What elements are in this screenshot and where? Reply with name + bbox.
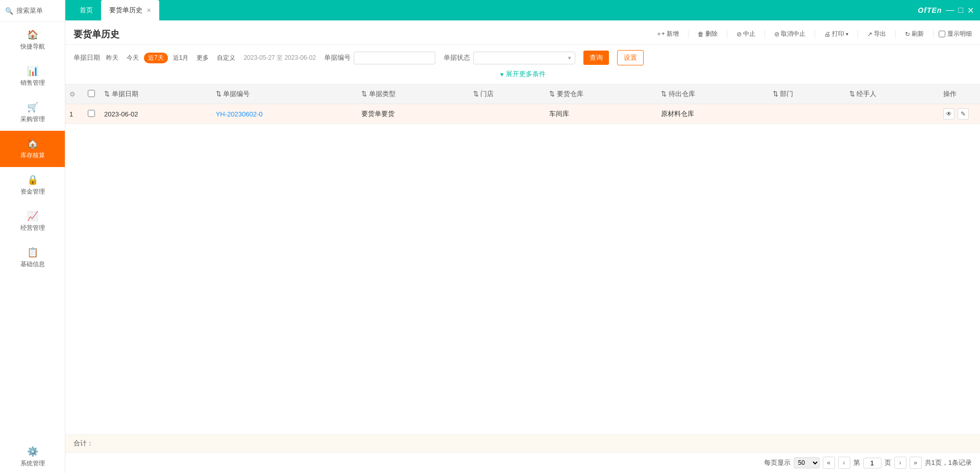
table-header-row: ⚙ ⇅ 单据日期 ⇅ 单据编号 ⇅ 单据类型 <box>65 84 980 104</box>
first-page-button[interactable]: « <box>823 457 835 469</box>
export-button[interactable]: ↗ 导出 <box>863 28 890 40</box>
select-all-checkbox[interactable] <box>88 90 95 97</box>
tab-home[interactable]: 首页 <box>71 0 101 20</box>
table-container: ⚙ ⇅ 单据日期 ⇅ 单据编号 ⇅ 单据类型 <box>65 84 980 434</box>
prev-page-button[interactable]: ‹ <box>838 457 850 469</box>
divider <box>727 30 727 38</box>
ops-buttons: 👁 ✎ <box>943 108 976 120</box>
inventory-icon: 🏠 <box>27 138 38 149</box>
purchase-icon: 🛒 <box>27 102 38 113</box>
sidebar-item-sales[interactable]: 📊 销售管理 <box>0 58 65 94</box>
row-store <box>469 104 546 124</box>
bill-status-select-wrapper <box>473 52 575 64</box>
refresh-button[interactable]: ↻ 刷新 <box>901 28 928 40</box>
page-size-select[interactable]: 10 20 50 100 <box>794 457 820 468</box>
col-pending-warehouse: ⇅ 待出仓库 <box>657 84 769 104</box>
table-settings-icon[interactable]: ⚙ <box>69 90 76 98</box>
row-handler <box>845 104 939 124</box>
view-button[interactable]: 👁 <box>943 108 954 120</box>
bill-no-input[interactable] <box>354 52 435 64</box>
cancel-stop-button[interactable]: ⊘ 取消中止 <box>770 28 810 40</box>
date-btn-today[interactable]: 今天 <box>124 53 142 63</box>
divider <box>815 30 815 38</box>
row-bill-no: YH-20230602-0 <box>212 104 357 124</box>
edit-button[interactable]: ✎ <box>958 108 969 120</box>
quick-nav-icon: 🏠 <box>27 29 38 40</box>
col-req-warehouse-label: ⇅ 要货仓库 <box>549 90 583 98</box>
basic-icon: 📋 <box>27 247 38 258</box>
bill-status-label: 单据状态 <box>444 53 470 62</box>
col-dept-label: ⇅ 部门 <box>773 90 794 98</box>
page-header: 要货单历史 ＋ + 新增 🗑 删除 ⊘ 中止 ⊘ <box>65 20 980 45</box>
sidebar-search[interactable]: 🔍 搜索菜单 <box>0 0 65 22</box>
print-button[interactable]: 🖨 打印 ▾ <box>820 28 852 40</box>
date-btn-7days[interactable]: 近7天 <box>144 53 168 63</box>
new-button[interactable]: ＋ + 新增 <box>652 28 683 40</box>
bill-no-link[interactable]: YH-20230602-0 <box>216 110 263 118</box>
col-ops-label: 操作 <box>943 90 957 98</box>
date-filter-options: 昨天 今天 近7天 近1月 更多 自定义 <box>103 53 238 63</box>
pagination: 每页显示 10 20 50 100 « ‹ 第 页 › » 共1页，1条记录 <box>65 452 980 473</box>
sidebar-item-basic[interactable]: 📋 基础信息 <box>0 240 65 276</box>
date-btn-yesterday[interactable]: 昨天 <box>103 53 121 63</box>
window-max-icon[interactable]: □ <box>958 6 963 15</box>
sidebar-item-purchase[interactable]: 🛒 采购管理 <box>0 94 65 131</box>
sidebar-item-label: 系统管理 <box>20 459 45 468</box>
sidebar-item-system[interactable]: ⚙️ 系统管理 <box>0 439 65 473</box>
topnav: 首页 要货单历史 ✕ OfTEn — □ ✕ <box>65 0 980 20</box>
window-close-icon[interactable]: ✕ <box>967 6 974 15</box>
bill-no-filter: 单据编号 <box>324 52 435 64</box>
sidebar-item-label: 快捷导航 <box>20 42 45 51</box>
sales-icon: 📊 <box>27 65 38 77</box>
col-date: ⇅ 单据日期 <box>100 84 212 104</box>
sidebar-item-inventory[interactable]: 🏠 库存核算 <box>0 131 65 167</box>
settings-button[interactable]: 设置 <box>617 50 644 65</box>
row-bill-type: 要货单要货 <box>357 104 469 124</box>
col-settings: ⚙ <box>65 84 84 104</box>
row-ops: 👁 ✎ <box>939 104 980 124</box>
delete-button[interactable]: 🗑 删除 <box>694 28 722 40</box>
topnav-right: OfTEn — □ ✕ <box>918 6 974 15</box>
col-ops: 操作 <box>939 84 980 104</box>
date-btn-1month[interactable]: 近1月 <box>170 53 192 63</box>
divider <box>895 30 896 38</box>
row-req-warehouse: 车间库 <box>545 104 657 124</box>
date-btn-more[interactable]: 更多 <box>193 53 212 63</box>
col-store: ⇅ 门店 <box>469 84 546 104</box>
sidebar-item-operations[interactable]: 📈 经营管理 <box>0 203 65 240</box>
stop-button[interactable]: ⊘ 中止 <box>732 28 760 40</box>
bill-no-label: 单据编号 <box>324 53 351 62</box>
date-btn-custom[interactable]: 自定义 <box>214 53 238 63</box>
row-dept <box>769 104 845 124</box>
tab-close-icon[interactable]: ✕ <box>146 7 151 14</box>
display-detail-label: 显示明细 <box>947 30 972 38</box>
search-button[interactable]: 查询 <box>583 51 609 65</box>
page-number-input[interactable] <box>863 458 881 468</box>
display-detail-checkbox[interactable] <box>939 31 945 37</box>
page-title: 要货单历史 <box>74 28 119 40</box>
sidebar-item-finance[interactable]: 🔒 资金管理 <box>0 167 65 203</box>
last-page-button[interactable]: » <box>910 457 922 469</box>
display-detail-toggle[interactable]: 显示明细 <box>939 30 972 38</box>
window-min-icon[interactable]: — <box>946 6 954 15</box>
row-index: 1 <box>65 104 84 124</box>
col-bill-type: ⇅ 单据类型 <box>357 84 469 104</box>
bill-status-select[interactable] <box>473 52 575 64</box>
main-area: 首页 要货单历史 ✕ OfTEn — □ ✕ 要货单历史 ＋ + 新增 🗑 <box>65 0 980 473</box>
tab-history[interactable]: 要货单历史 ✕ <box>101 0 159 20</box>
content-area: 要货单历史 ＋ + 新增 🗑 删除 ⊘ 中止 ⊘ <box>65 20 980 473</box>
total-info: 共1页，1条记录 <box>925 458 972 467</box>
page-label: 第 <box>853 458 860 467</box>
col-dept: ⇅ 部门 <box>769 84 845 104</box>
sidebar-item-label: 销售管理 <box>20 79 45 87</box>
finance-icon: 🔒 <box>27 174 38 185</box>
sidebar-item-quick-nav[interactable]: 🏠 快捷导航 <box>0 22 65 58</box>
sidebar-item-label: 基础信息 <box>20 260 45 269</box>
header-actions: ＋ + 新增 🗑 删除 ⊘ 中止 ⊘ 取消中止 <box>652 28 972 40</box>
bill-status-filter: 单据状态 <box>444 52 575 64</box>
next-page-button[interactable]: › <box>894 457 906 469</box>
row-checkbox[interactable] <box>88 110 95 117</box>
expand-more-btn[interactable]: ▾ 展开更多条件 <box>74 69 972 79</box>
print-icon: 🖨 <box>824 31 830 38</box>
page-suffix: 页 <box>885 458 891 467</box>
